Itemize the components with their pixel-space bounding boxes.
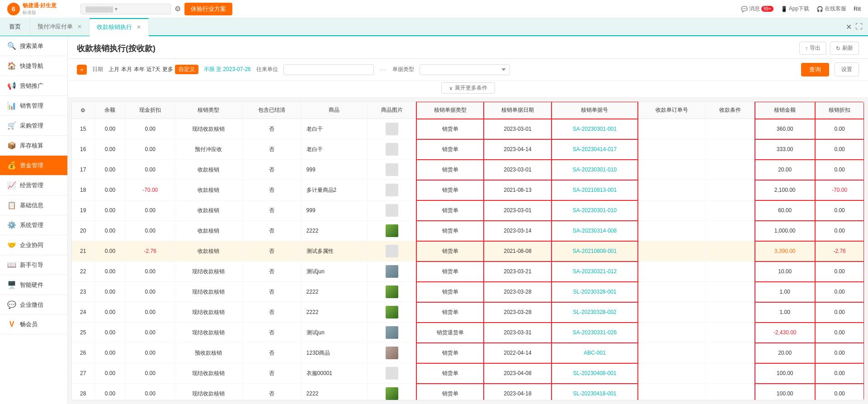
sidebar-item-operation[interactable]: 📈 经营管理 <box>0 176 67 195</box>
query-button[interactable]: 查询 <box>801 63 829 76</box>
sidebar-item-marketing[interactable]: 📢 营销推广 <box>0 76 67 96</box>
tab-verify[interactable]: 收款核销执行 ✕ <box>90 18 149 36</box>
table-area[interactable]: ⚙ 余额 现金折扣 核销类型 包含已结清 商品 商品图片 核销单据类型 核销单据… <box>71 101 864 400</box>
date-this-year[interactable]: 本年 <box>134 66 145 73</box>
settings-gear-button[interactable]: ⚙ <box>175 5 181 13</box>
cell-verify-type: 现结收款核销 <box>175 323 242 343</box>
th-receipt-condition: 收款条件 <box>706 102 755 119</box>
cell-cash-discount: 0.00 <box>126 200 175 221</box>
cell-verify-no[interactable]: SA-20210808-001 <box>552 241 638 261</box>
cell-verify-date: 2023-03-21 <box>484 261 551 282</box>
cell-cash-discount: 0.00 <box>126 363 175 384</box>
cell-cash-discount: 0.00 <box>126 160 175 180</box>
tab-prepay[interactable]: 预付冲应付单 ✕ <box>30 18 90 36</box>
cell-goods-img <box>367 261 416 282</box>
date-7days[interactable]: 近7天 <box>146 66 160 73</box>
cell-receipt-condition <box>706 282 755 302</box>
cell-balance: 0.00 <box>94 221 126 241</box>
app-download[interactable]: 📱 App下载 <box>781 5 809 13</box>
cell-balance: 0.00 <box>94 160 126 180</box>
cell-verify-voucher-type: 销货单 <box>416 282 484 302</box>
cell-verify-no[interactable]: SA-20230414-017 <box>552 139 638 160</box>
tab-prepay-close[interactable]: ✕ <box>77 24 82 30</box>
cell-include-settled: 否 <box>242 343 301 363</box>
setting-button[interactable]: 设置 <box>835 62 859 76</box>
cell-num: 17 <box>72 160 94 180</box>
cell-verify-no[interactable]: SA-20230314-008 <box>552 221 638 241</box>
sidebar-item-system[interactable]: ⚙️ 系统管理 <box>0 215 67 235</box>
cell-verify-no[interactable]: SL-20230328-002 <box>552 302 638 323</box>
tab-close-all-button[interactable]: ✕ <box>846 23 852 31</box>
cell-goods-img <box>367 384 416 401</box>
online-service[interactable]: 🎧 在线客服 <box>816 5 846 13</box>
sidebar-item-hardware[interactable]: 🖥️ 智能硬件 <box>0 275 67 295</box>
expand-more-button[interactable]: ∨ 展开更多条件 <box>441 82 495 94</box>
industry-solution-button[interactable]: 休验行业方案 <box>184 3 232 15</box>
table-row: 21 0.00 -2.76 收款核销 否 测试多属性 销货单 2021-08-0… <box>72 241 864 261</box>
table-row: 18 0.00 -70.00 收款核销 否 多计量商品2 销货单 2021-08… <box>72 180 864 200</box>
tab-home[interactable]: 首页 <box>0 18 30 36</box>
cell-verify-no[interactable]: SL-20230408-001 <box>552 363 638 384</box>
export-button[interactable]: ↑ 导出 <box>799 42 826 55</box>
sidebar-item-inventory[interactable]: 📦 库存核算 <box>0 136 67 156</box>
sidebar-item-finance-label: 资金管理 <box>20 162 43 170</box>
sidebar-item-corp[interactable]: 🤝 企业协同 <box>0 235 67 255</box>
cell-goods-img <box>367 119 416 139</box>
cell-verify-no[interactable]: SA-20230301-010 <box>552 200 638 221</box>
th-setting[interactable]: ⚙ <box>72 102 94 119</box>
cell-include-settled: 否 <box>242 221 301 241</box>
cell-receipt-order-no <box>638 323 705 343</box>
date-more[interactable]: 更多 <box>162 66 173 73</box>
cell-cash-discount: 0.00 <box>126 119 175 139</box>
sidebar-item-basic-label: 基础信息 <box>20 201 43 209</box>
cell-verify-no[interactable]: SL-20230328-001 <box>552 282 638 302</box>
cell-verify-amount: 3,390.00 <box>755 241 815 261</box>
cell-verify-voucher-type: 销货退货单 <box>416 323 484 343</box>
user-name[interactable]: Rit <box>854 5 861 12</box>
cell-cash-discount: 0.00 <box>126 323 175 343</box>
counterpart-input[interactable] <box>283 64 374 75</box>
cell-verify-type: 现结收款核销 <box>175 302 242 323</box>
sidebar-item-quicknav[interactable]: 🏠 快捷导航 <box>0 56 67 76</box>
cell-verify-no[interactable]: SL-20230418-001 <box>552 384 638 401</box>
sidebar-item-basic[interactable]: 📋 基础信息 <box>0 195 67 215</box>
date-last-month[interactable]: 上月 <box>108 66 119 73</box>
cell-num: 16 <box>72 139 94 160</box>
cell-include-settled: 否 <box>242 323 301 343</box>
filter-collapse-button[interactable]: « <box>77 65 87 75</box>
cell-cash-discount: 0.00 <box>126 261 175 282</box>
sidebar-item-sales[interactable]: 📊 销售管理 <box>0 96 67 116</box>
cell-verify-no[interactable]: ABC-001 <box>552 343 638 363</box>
tab-expand-button[interactable]: ⛶ <box>855 23 863 31</box>
sidebar-item-wechat[interactable]: 💬 企业微信 <box>0 295 67 315</box>
cell-verify-no[interactable]: SA-20230321-012 <box>552 261 638 282</box>
sidebar-item-purchase[interactable]: 🛒 采购管理 <box>0 116 67 136</box>
cell-verify-type: 收款核销 <box>175 200 242 221</box>
tab-verify-close[interactable]: ✕ <box>137 24 141 30</box>
cell-verify-no[interactable]: SA-20230301-010 <box>552 160 638 180</box>
cell-verify-no[interactable]: SA-20210813-001 <box>552 180 638 200</box>
cell-verify-type: 预付冲应收 <box>175 139 242 160</box>
sidebar-item-guide[interactable]: 📖 新手引导 <box>0 255 67 275</box>
cell-verify-no[interactable]: SA-20230331-026 <box>552 323 638 343</box>
cell-verify-date: 2023-04-08 <box>484 363 551 384</box>
table-row: 16 0.00 0.00 预付冲应收 否 老白干 销货单 2023-04-14 … <box>72 139 864 160</box>
cell-goods-img <box>367 160 416 180</box>
sidebar-item-search[interactable]: 🔍 搜索菜单 <box>0 36 67 56</box>
date-this-month[interactable]: 本月 <box>121 66 132 73</box>
message-area[interactable]: 💬 消息 99+ <box>741 5 774 13</box>
sidebar-item-finance[interactable]: 💰 资金管理 <box>0 156 67 176</box>
date-custom-button[interactable]: 自定义 <box>175 65 198 74</box>
voucher-type-select[interactable] <box>420 64 510 75</box>
sidebar-item-member[interactable]: V 畅会员 <box>0 315 67 334</box>
cell-num: 20 <box>72 221 94 241</box>
cell-verify-no[interactable]: SA-20230301-001 <box>552 119 638 139</box>
logo-icon: 6 <box>7 3 20 15</box>
sidebar-item-member-label: 畅会员 <box>20 320 38 328</box>
cell-goods: 衣服00001 <box>301 363 367 384</box>
refresh-button[interactable]: ↻ 刷新 <box>830 42 859 55</box>
cell-verify-discount: 0.00 <box>815 282 864 302</box>
cell-receipt-order-no <box>638 180 705 200</box>
cell-num: 22 <box>72 261 94 282</box>
cell-balance: 0.00 <box>94 323 126 343</box>
